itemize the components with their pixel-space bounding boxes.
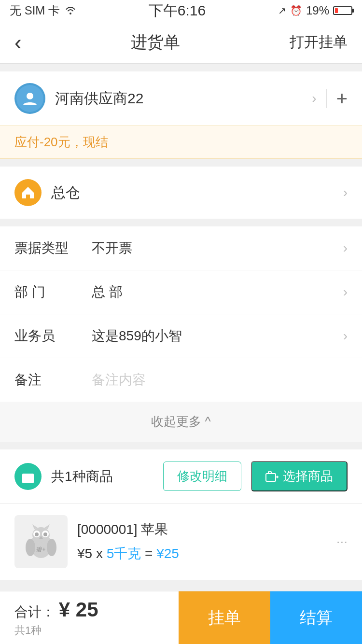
department-chevron-icon: › — [343, 284, 348, 300]
checkout-button[interactable]: 结算 — [270, 591, 362, 644]
back-button[interactable]: ‹ — [14, 32, 22, 53]
salesperson-row[interactable]: 业务员 这是859的小智 › — [0, 314, 362, 358]
svg-point-9 — [35, 532, 39, 536]
invoice-type-chevron-icon: › — [343, 240, 348, 256]
supplier-chevron-icon: › — [312, 91, 316, 106]
svg-point-15 — [47, 539, 56, 556]
status-right: ↗ ⏰ 19% — [278, 4, 352, 17]
checkout-label: 结算 — [300, 607, 333, 629]
select-product-button[interactable]: 选择商品 — [251, 461, 348, 491]
owl-icon: 碧+ — [22, 522, 60, 561]
hang-label: 挂单 — [208, 607, 241, 629]
select-product-icon — [265, 470, 279, 483]
separator-4 — [0, 442, 362, 449]
svg-text:碧+: 碧+ — [36, 546, 45, 553]
collapse-label: 收起更多 ^ — [151, 413, 210, 430]
page-title: 进货单 — [131, 31, 180, 54]
department-row[interactable]: 部 门 总 部 › — [0, 270, 362, 314]
remark-row[interactable]: 备注 备注内容 — [0, 358, 362, 402]
product-quantity: 5千克 — [107, 546, 141, 561]
remark-label: 备注 — [14, 371, 92, 389]
battery-icon — [333, 6, 352, 15]
svg-point-10 — [43, 532, 47, 536]
product-thumbnail: 碧+ — [14, 515, 68, 568]
svg-point-14 — [26, 539, 35, 556]
select-product-label: 选择商品 — [283, 468, 333, 485]
status-left: 无 SIM 卡 — [10, 3, 76, 18]
total-count: 共1种 — [14, 623, 164, 638]
warehouse-icon-bg — [14, 179, 42, 206]
supplier-name[interactable]: 河南供应商22 — [55, 89, 312, 109]
product-price-row: ¥5 x 5千克 = ¥25 — [77, 545, 327, 563]
invoice-type-row[interactable]: 票据类型 不开票 › — [0, 226, 362, 270]
bottom-bar: 合计： ¥ 25 共1种 挂单 结算 — [0, 591, 362, 644]
products-header: 共1种商品 修改明细 选择商品 — [0, 449, 362, 503]
svg-rect-1 — [22, 474, 34, 483]
back-icon: ‹ — [14, 32, 22, 53]
alert-banner: 应付-20元，现结 — [0, 126, 362, 159]
product-code: [0000001] — [77, 522, 138, 537]
svg-point-0 — [27, 93, 33, 99]
shopping-bag-icon — [20, 469, 36, 484]
separator-3 — [0, 219, 362, 226]
battery-percent: 19% — [306, 4, 329, 17]
status-bar: 无 SIM 卡 下午6:16 ↗ ⏰ 19% — [0, 0, 362, 21]
time-label: 下午6:16 — [149, 1, 206, 21]
alert-text: 应付-20元，现结 — [14, 135, 108, 149]
supplier-section: 河南供应商22 › + 应付-20元，现结 — [0, 71, 362, 159]
product-subtotal: ¥25 — [156, 546, 179, 561]
warehouse-chevron-icon: › — [343, 185, 348, 200]
product-title-text: 苹果 — [141, 522, 168, 537]
nav-bar: ‹ 进货单 打开挂单 — [0, 21, 362, 64]
carrier-label: 无 SIM 卡 — [10, 3, 60, 18]
wifi-icon — [65, 4, 76, 17]
add-button[interactable]: + — [336, 88, 348, 110]
warehouse-icon — [20, 185, 36, 200]
vertical-divider — [326, 89, 327, 108]
salesperson-value: 这是859的小智 — [92, 327, 343, 345]
invoice-type-label: 票据类型 — [14, 239, 92, 257]
warehouse-name: 总仓 — [51, 183, 343, 203]
hang-button[interactable]: 挂单 — [179, 591, 270, 644]
product-name: [0000001] 苹果 — [77, 520, 327, 539]
salesperson-label: 业务员 — [14, 327, 92, 345]
product-info: [0000001] 苹果 ¥5 x 5千克 = ¥25 — [77, 520, 327, 563]
product-unit-price: ¥5 — [77, 546, 92, 561]
form-section: 票据类型 不开票 › 部 门 总 部 › 业务员 这是859的小智 › 备注 备… — [0, 226, 362, 402]
salesperson-chevron-icon: › — [343, 328, 348, 344]
location-icon: ↗ — [278, 5, 286, 16]
alarm-icon: ⏰ — [290, 5, 302, 16]
total-section: 合计： ¥ 25 共1种 — [0, 598, 179, 638]
edit-detail-button[interactable]: 修改明细 — [163, 462, 241, 491]
svg-rect-2 — [266, 474, 276, 481]
warehouse-section: 总仓 › — [0, 167, 362, 219]
warehouse-row[interactable]: 总仓 › — [0, 167, 362, 219]
equals-sign: = — [145, 546, 156, 561]
total-row: 合计： ¥ 25 — [14, 598, 164, 621]
product-more-button[interactable]: ··· — [336, 534, 348, 549]
supplier-row: 河南供应商22 › + — [0, 71, 362, 126]
department-label: 部 门 — [14, 283, 92, 301]
open-pending-button[interactable]: 打开挂单 — [290, 32, 348, 52]
product-item: 碧+ [0000001] 苹果 ¥5 x 5千克 = ¥25 ··· — [0, 504, 362, 580]
separator-1 — [0, 64, 362, 71]
total-label: 合计： — [14, 604, 55, 619]
products-count-label: 共1种商品 — [51, 467, 153, 486]
multiply-sign: x — [96, 546, 107, 561]
total-amount: ¥ 25 — [59, 598, 98, 621]
collapse-button[interactable]: 收起更多 ^ — [0, 402, 362, 442]
person-icon — [21, 90, 39, 107]
department-value: 总 部 — [92, 283, 343, 301]
products-icon-bg — [14, 463, 42, 490]
invoice-type-value: 不开票 — [92, 239, 343, 257]
separator-2 — [0, 159, 362, 167]
remark-input[interactable]: 备注内容 — [92, 371, 348, 389]
supplier-avatar — [14, 83, 45, 114]
